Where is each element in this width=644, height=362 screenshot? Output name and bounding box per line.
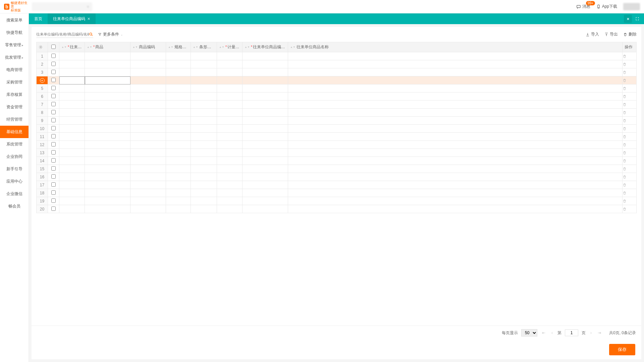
cell-code[interactable]: [130, 149, 166, 157]
cell-unit[interactable]: [217, 197, 243, 205]
row-delete-button[interactable]: [623, 62, 636, 66]
cell-source[interactable]: [59, 125, 85, 133]
cell-sname[interactable]: [288, 93, 623, 101]
table-row[interactable]: 13: [37, 149, 637, 157]
cell-code[interactable]: [130, 52, 166, 60]
cell-product[interactable]: [85, 93, 130, 101]
row-checkbox[interactable]: [51, 110, 56, 114]
cell-spec[interactable]: [166, 173, 191, 181]
row-checkbox[interactable]: [51, 62, 56, 66]
row-delete-button[interactable]: [623, 183, 636, 187]
search-icon[interactable]: [89, 32, 93, 37]
cell-spec[interactable]: [166, 165, 191, 173]
page-input[interactable]: [565, 329, 578, 336]
cell-barcode[interactable]: [191, 109, 217, 117]
import-button[interactable]: 导入: [586, 32, 599, 37]
cell-product[interactable]: [85, 60, 130, 68]
cell-sname[interactable]: [288, 125, 623, 133]
cell-barcode[interactable]: [191, 125, 217, 133]
cell-barcode[interactable]: [191, 173, 217, 181]
cell-code[interactable]: [130, 181, 166, 189]
cell-product[interactable]: [85, 133, 130, 141]
sidebar-item-12[interactable]: 新手引导: [0, 163, 29, 175]
cell-scode[interactable]: [243, 125, 288, 133]
cell-barcode[interactable]: [191, 93, 217, 101]
select-all-checkbox[interactable]: [51, 45, 56, 49]
cell-product[interactable]: [85, 125, 130, 133]
cell-product[interactable]: [85, 165, 130, 173]
cell-source[interactable]: [59, 149, 85, 157]
search-input[interactable]: [36, 31, 89, 38]
row-checkbox[interactable]: [51, 126, 56, 130]
col-barcode[interactable]: ▲▼条形…: [191, 42, 217, 52]
cell-code[interactable]: [130, 125, 166, 133]
row-checkbox[interactable]: [51, 182, 56, 187]
row-delete-button[interactable]: [623, 54, 636, 58]
table-row[interactable]: +: [37, 76, 637, 84]
table-row[interactable]: 14: [37, 157, 637, 165]
save-button[interactable]: 保存: [609, 344, 635, 355]
row-checkbox[interactable]: [51, 190, 56, 195]
cell-unit[interactable]: [217, 181, 243, 189]
table-row[interactable]: 3: [37, 68, 637, 76]
cell-unit[interactable]: [217, 125, 243, 133]
cell-scode[interactable]: [243, 68, 288, 76]
cell-sname[interactable]: [288, 197, 623, 205]
page-last-button[interactable]: ⇥: [596, 330, 602, 335]
row-checkbox[interactable]: [51, 78, 56, 82]
cell-source[interactable]: [59, 173, 85, 181]
table-row[interactable]: 2: [37, 60, 637, 68]
cell-scode[interactable]: [243, 117, 288, 125]
col-code[interactable]: ▲▼商品编码: [130, 42, 166, 52]
cell-barcode[interactable]: [191, 149, 217, 157]
cell-source[interactable]: [59, 133, 85, 141]
cell-sname[interactable]: [288, 52, 623, 60]
cell-product[interactable]: [85, 141, 130, 149]
row-checkbox[interactable]: [51, 134, 56, 138]
cell-spec[interactable]: [166, 149, 191, 157]
row-delete-button[interactable]: [623, 167, 636, 171]
cell-code[interactable]: [130, 141, 166, 149]
cell-code[interactable]: [130, 197, 166, 205]
cell-code[interactable]: [130, 157, 166, 165]
perpage-select[interactable]: 50: [521, 329, 537, 337]
cell-code[interactable]: [130, 165, 166, 173]
row-delete-button[interactable]: [623, 199, 636, 203]
cell-scode[interactable]: [243, 189, 288, 197]
row-delete-button[interactable]: [623, 143, 636, 147]
cell-unit[interactable]: [217, 165, 243, 173]
row-checkbox[interactable]: [51, 166, 56, 171]
cell-spec[interactable]: [166, 197, 191, 205]
cell-scode[interactable]: [243, 76, 288, 84]
cell-sname[interactable]: [288, 133, 623, 141]
cell-spec[interactable]: [166, 205, 191, 213]
cell-sname[interactable]: [288, 189, 623, 197]
row-checkbox[interactable]: [51, 70, 56, 74]
cell-source[interactable]: [59, 165, 85, 173]
cell-barcode[interactable]: [191, 76, 217, 84]
cell-spec[interactable]: [166, 181, 191, 189]
cell-source[interactable]: [59, 205, 85, 213]
cell-spec[interactable]: [166, 60, 191, 68]
tab-close-all-button[interactable]: [624, 15, 632, 23]
cell-unit[interactable]: [217, 117, 243, 125]
export-button[interactable]: 导出: [604, 32, 618, 37]
col-scode[interactable]: ▲▼*往来单位商品编…: [243, 42, 288, 52]
row-delete-button[interactable]: [623, 191, 636, 195]
cell-unit[interactable]: [217, 52, 243, 60]
fullscreen-button[interactable]: [633, 15, 641, 23]
cell-product[interactable]: [85, 84, 130, 93]
row-checkbox[interactable]: [51, 54, 56, 58]
row-delete-button[interactable]: [623, 135, 636, 139]
cell-source[interactable]: [59, 197, 85, 205]
col-sname[interactable]: ▲▼往来单位商品名称: [288, 42, 623, 52]
sidebar-item-15[interactable]: 畅会员: [0, 200, 29, 213]
row-delete-button[interactable]: [623, 175, 636, 179]
row-delete-button[interactable]: [623, 119, 636, 123]
sidebar-item-6[interactable]: 库存核算: [0, 88, 29, 101]
sidebar-item-0[interactable]: 搜索菜单: [0, 14, 29, 26]
cell-source[interactable]: [59, 117, 85, 125]
cell-unit[interactable]: [217, 149, 243, 157]
row-delete-button[interactable]: [623, 127, 636, 131]
table-row[interactable]: 17: [37, 181, 637, 189]
